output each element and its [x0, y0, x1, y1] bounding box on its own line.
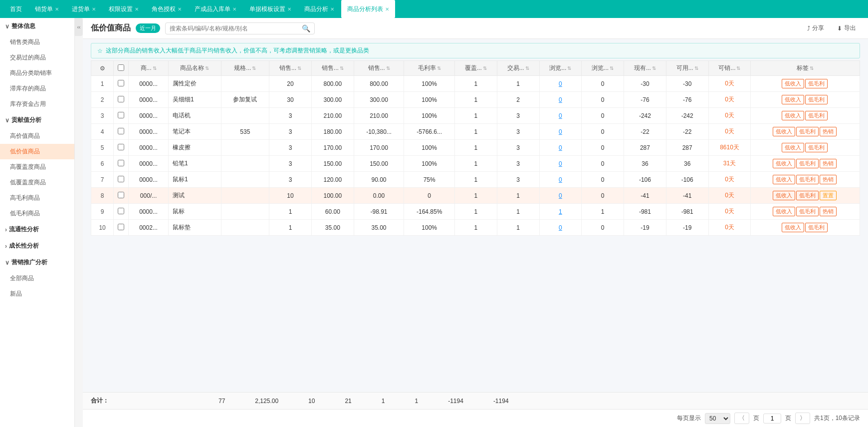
col-coverage[interactable]: 覆盖...⇅ — [455, 61, 497, 76]
row-checkbox[interactable] — [118, 80, 124, 86]
cell-checkbox[interactable] — [114, 204, 129, 220]
view1-link[interactable]: 0 — [559, 80, 562, 87]
nav-sales[interactable]: 销货单 ✕ — [29, 0, 65, 18]
sidebar-section-marketing[interactable]: ∨ 营销推广分析 — [0, 254, 74, 271]
col-tags[interactable]: 标签⇅ — [751, 61, 860, 76]
col-sale-qty[interactable]: 销售...⇅ — [269, 61, 312, 76]
nav-roles[interactable]: 角色授权 ✕ — [146, 0, 188, 18]
sidebar-section-contribution[interactable]: ∨ 贡献值分析 — [0, 112, 74, 128]
row-checkbox[interactable] — [118, 192, 124, 198]
col-name[interactable]: 商品名称⇅ — [168, 61, 221, 76]
col-checkbox[interactable] — [114, 61, 129, 76]
nav-close-production[interactable]: ✕ — [232, 6, 236, 12]
sidebar-item-stagnant-goods[interactable]: 滞库存的商品 — [0, 81, 74, 96]
view1-link[interactable]: 0 — [559, 160, 562, 167]
col-sale-price[interactable]: 销售...⇅ — [311, 61, 354, 76]
col-saleable[interactable]: 可销...⇅ — [708, 61, 751, 76]
export-button[interactable]: ⬇ 导出 — [833, 22, 860, 34]
cell-checkbox[interactable] — [114, 188, 129, 204]
cell-checkbox[interactable] — [114, 156, 129, 172]
date-badge[interactable]: 近一月 — [136, 23, 160, 33]
nav-close-product-analysis[interactable]: ✕ — [330, 6, 334, 12]
col-spec[interactable]: 规格...⇅ — [221, 61, 269, 76]
cell-view1[interactable]: 0 — [539, 76, 582, 92]
nav-home[interactable]: 首页 — [4, 0, 28, 18]
nav-permissions[interactable]: 权限设置 ✕ — [103, 0, 145, 18]
row-checkbox[interactable] — [118, 96, 124, 102]
view1-link[interactable]: 0 — [559, 144, 562, 151]
sidebar-item-low-coverage[interactable]: 低覆盖度商品 — [0, 175, 74, 190]
nav-close-roles[interactable]: ✕ — [178, 6, 182, 12]
nav-purchase[interactable]: 进货单 ✕ — [66, 0, 102, 18]
cell-view1[interactable]: 1 — [539, 204, 582, 220]
select-all-checkbox[interactable] — [118, 64, 124, 71]
sidebar-section-overall[interactable]: ∨ 整体信息 — [0, 18, 74, 34]
nav-close-purchase[interactable]: ✕ — [92, 6, 96, 12]
row-checkbox[interactable] — [118, 144, 124, 150]
view1-link[interactable]: 0 — [559, 128, 562, 135]
cell-checkbox[interactable] — [114, 140, 129, 156]
next-page-btn[interactable]: 〉 — [795, 413, 810, 424]
nav-product-list[interactable]: 商品分析列表 ✕ — [341, 0, 395, 18]
col-available[interactable]: 可用...⇅ — [666, 61, 708, 76]
cell-view1[interactable]: 0 — [539, 188, 582, 204]
cell-checkbox[interactable] — [114, 92, 129, 108]
cell-view1[interactable]: 0 — [539, 140, 582, 156]
search-input[interactable] — [170, 25, 302, 32]
sidebar-item-high-margin[interactable]: 高毛利商品 — [0, 190, 74, 206]
cell-view1[interactable]: 0 — [539, 124, 582, 140]
row-checkbox[interactable] — [118, 224, 124, 230]
view1-link[interactable]: 0 — [559, 192, 562, 199]
col-current[interactable]: 现有...⇅ — [624, 61, 666, 76]
cell-view1[interactable]: 0 — [539, 172, 582, 188]
view1-link[interactable]: 0 — [559, 112, 562, 119]
nav-close-permissions[interactable]: ✕ — [135, 6, 139, 12]
row-checkbox[interactable] — [118, 128, 124, 134]
sidebar-item-high-coverage[interactable]: 高覆盖度商品 — [0, 159, 74, 175]
cell-view1[interactable]: 0 — [539, 220, 582, 236]
col-code[interactable]: 商...⇅ — [129, 61, 169, 76]
sidebar-item-high-value[interactable]: 高价值商品 — [0, 128, 74, 144]
nav-templates[interactable]: 单据模板设置 ✕ — [243, 0, 297, 18]
nav-production[interactable]: 产成品入库单 ✕ — [189, 0, 242, 18]
row-checkbox[interactable] — [118, 160, 124, 166]
sidebar-section-growth[interactable]: › 成长性分析 — [0, 238, 74, 254]
col-settings[interactable]: ⚙ — [91, 61, 114, 76]
sidebar-item-stock-funds[interactable]: 库存资金占用 — [0, 96, 74, 112]
col-transaction[interactable]: 交易...⇅ — [497, 61, 539, 76]
row-checkbox[interactable] — [118, 112, 124, 118]
cell-checkbox[interactable] — [114, 124, 129, 140]
sidebar-item-new-goods[interactable]: 新品 — [0, 286, 74, 302]
sidebar-item-category-rate[interactable]: 商品分类助销率 — [0, 65, 74, 81]
view1-link[interactable]: 1 — [559, 208, 562, 215]
share-button[interactable]: ⤴ 分享 — [803, 22, 828, 34]
cell-view1[interactable]: 0 — [539, 108, 582, 124]
row-checkbox[interactable] — [118, 208, 124, 214]
collapse-sidebar-btn[interactable]: ‹‹ — [75, 18, 83, 36]
nav-close-sales[interactable]: ✕ — [55, 6, 59, 12]
per-page-select[interactable]: 50 100 200 — [705, 413, 730, 424]
col-view2[interactable]: 浏览...⇅ — [582, 61, 624, 76]
cell-view1[interactable]: 0 — [539, 156, 582, 172]
col-view1[interactable]: 浏览...⇅ — [539, 61, 582, 76]
row-checkbox[interactable] — [118, 176, 124, 182]
prev-page-btn[interactable]: 〈 — [734, 413, 749, 424]
sidebar-item-low-value[interactable]: 低价值商品 — [0, 144, 74, 159]
search-icon[interactable]: 🔍 — [302, 24, 310, 32]
sidebar-section-flow[interactable]: › 流通性分析 — [0, 221, 74, 238]
nav-close-product-list[interactable]: ✕ — [385, 6, 389, 12]
page-input[interactable] — [763, 414, 781, 424]
cell-checkbox[interactable] — [114, 76, 129, 92]
view1-link[interactable]: 0 — [559, 96, 562, 103]
sidebar-item-sales-goods[interactable]: 销售类商品 — [0, 34, 74, 50]
sidebar-item-low-margin[interactable]: 低毛利商品 — [0, 206, 74, 221]
view1-link[interactable]: 0 — [559, 176, 562, 183]
sidebar-item-traded-goods[interactable]: 交易过的商品 — [0, 50, 74, 65]
cell-checkbox[interactable] — [114, 172, 129, 188]
col-sale-amount[interactable]: 销售...⇅ — [354, 61, 404, 76]
cell-checkbox[interactable] — [114, 220, 129, 236]
col-margin[interactable]: 毛利率⇅ — [404, 61, 455, 76]
nav-close-templates[interactable]: ✕ — [287, 6, 291, 12]
cell-checkbox[interactable] — [114, 108, 129, 124]
sidebar-item-all-goods[interactable]: 全部商品 — [0, 271, 74, 286]
